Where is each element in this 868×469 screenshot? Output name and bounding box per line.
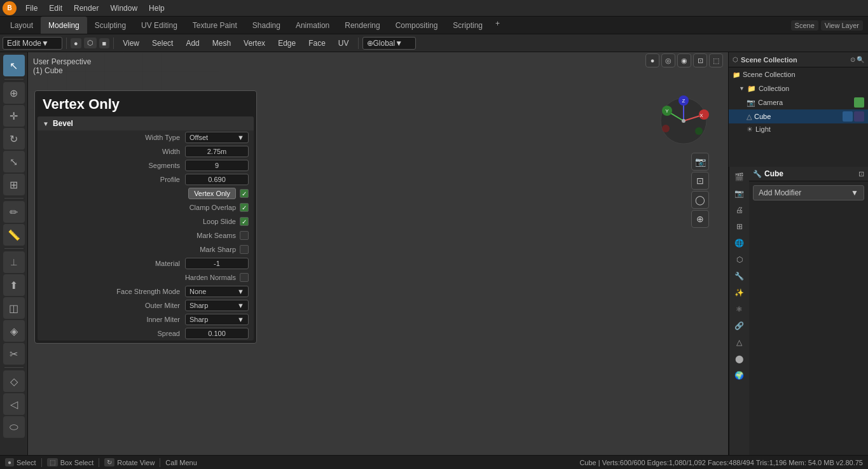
cursor-tool[interactable]: ⊕ [3, 82, 25, 104]
prop-object-data-icon[interactable]: △ [732, 335, 747, 350]
camera-visibility-icon[interactable] [854, 97, 864, 108]
material-value[interactable]: -1 [185, 258, 249, 269]
mark-seams-checkbox[interactable] [240, 231, 249, 240]
width-type-dropdown[interactable]: Offset ▼ [185, 132, 249, 143]
tab-layout[interactable]: Layout [3, 17, 41, 34]
menu-file[interactable]: File [20, 3, 43, 14]
knife-tool[interactable]: ✂ [3, 343, 25, 365]
uv-menu[interactable]: UV [333, 38, 354, 49]
bevel-tool[interactable]: ◈ [3, 320, 25, 342]
tab-rendering[interactable]: Rendering [337, 17, 387, 34]
inset-tool[interactable]: ◫ [3, 297, 25, 319]
move-tool[interactable]: ✛ [3, 105, 25, 127]
scene-collection-item[interactable]: 📁 Scene Collection [729, 67, 868, 81]
loop-cut-tool[interactable]: ⟂ [3, 251, 25, 273]
prop-scene-icon[interactable]: 🎬 [732, 169, 747, 185]
3d-viewport[interactable]: User Perspective (1) Cube Vertex Only ▼ … [28, 52, 728, 455]
vertex-only-button[interactable]: Vertex Only [188, 188, 236, 199]
blender-logo[interactable]: B [3, 1, 17, 15]
menu-help[interactable]: Help [144, 3, 170, 14]
measure-tool[interactable]: 📏 [3, 224, 25, 246]
prop-view-layer-icon[interactable]: ⊞ [732, 219, 747, 234]
extrude-tool[interactable]: ⬆ [3, 274, 25, 296]
loop-slide-checkbox[interactable] [240, 217, 249, 226]
outer-miter-dropdown[interactable]: Sharp ▼ [185, 300, 249, 311]
rip-tool[interactable]: ◁ [3, 393, 25, 415]
local-view-btn[interactable]: ◯ [691, 191, 709, 209]
prop-material-icon[interactable]: ⬤ [732, 351, 747, 367]
mark-sharp-checkbox[interactable] [240, 245, 249, 254]
add-modifier-button[interactable]: Add Modifier ▼ [753, 185, 864, 200]
tab-texture-paint[interactable]: Texture Paint [185, 17, 245, 34]
prop-physics-icon[interactable]: ⚛ [732, 302, 747, 317]
menu-window[interactable]: Window [105, 3, 142, 14]
perspective-btn[interactable]: ⊡ [691, 172, 709, 190]
navigation-gizmo[interactable]: X Y Z [658, 95, 709, 146]
camera-view-btn[interactable]: 📷 [691, 153, 709, 171]
spread-value[interactable]: 0.100 [185, 328, 249, 339]
segments-value[interactable]: 9 [185, 160, 249, 171]
edge-mode-btn[interactable]: ⬡ [84, 38, 97, 48]
tab-uv-editing[interactable]: UV Editing [134, 17, 185, 34]
select-tool[interactable]: ↖ [3, 55, 25, 76]
overlay-toggle[interactable]: ⊡ [693, 53, 707, 67]
cube-modifier-icon[interactable] [843, 111, 853, 122]
edge-menu[interactable]: Edge [273, 38, 301, 49]
bevel-panel-header[interactable]: ▼ Bevel [38, 116, 254, 130]
tab-shading[interactable]: Shading [245, 17, 288, 34]
inner-miter-dropdown[interactable]: Sharp ▼ [185, 314, 249, 325]
prop-world-icon[interactable]: 🌍 [732, 368, 747, 383]
add-workspace-button[interactable]: + [490, 17, 505, 34]
add-menu[interactable]: Add [181, 38, 204, 49]
face-mode-btn[interactable]: ■ [99, 38, 110, 48]
face-strength-dropdown[interactable]: None ▼ [185, 286, 249, 297]
annotate-tool[interactable]: ✏ [3, 201, 25, 223]
view-menu[interactable]: View [118, 38, 144, 49]
menu-edit[interactable]: Edit [44, 3, 67, 14]
cube-visibility-icon[interactable] [854, 111, 864, 122]
scene-selector[interactable]: Scene [791, 20, 818, 31]
shear-tool[interactable]: ◇ [3, 370, 25, 392]
mesh-menu[interactable]: Mesh [207, 38, 236, 49]
light-item[interactable]: ☀ Light [729, 123, 868, 135]
prop-output-icon[interactable]: 🖨 [732, 202, 747, 218]
vertex-mode-btn[interactable]: ● [71, 38, 81, 48]
menu-render[interactable]: Render [69, 3, 104, 14]
prop-scene-data-icon[interactable]: 🌐 [732, 235, 747, 251]
mode-selector[interactable]: Edit Mode ▼ [3, 37, 62, 50]
tab-compositing[interactable]: Compositing [388, 17, 446, 34]
prop-modifier-icon[interactable]: 🔧 [732, 269, 747, 284]
viewport-shading-solid[interactable]: ● [645, 53, 659, 67]
zoom-btn[interactable]: ⊕ [691, 210, 709, 228]
rotate-tool[interactable]: ↻ [3, 128, 25, 150]
prop-particles-icon[interactable]: ✨ [732, 285, 747, 300]
viewport-shading-rendered[interactable]: ◉ [677, 53, 691, 67]
properties-expand-btn[interactable]: ⊡ [858, 170, 864, 178]
prop-object-icon[interactable]: ⬡ [732, 252, 747, 267]
profile-value[interactable]: 0.690 [185, 174, 249, 185]
face-menu[interactable]: Face [303, 38, 331, 49]
clamp-overlap-checkbox[interactable] [240, 203, 249, 212]
tab-scripting[interactable]: Scripting [445, 17, 490, 34]
select-menu[interactable]: Select [147, 38, 178, 49]
outliner-filter-icon[interactable]: ⊙ [850, 56, 855, 63]
vertex-only-checkbox[interactable] [240, 189, 249, 198]
smooth-tool[interactable]: ⬭ [3, 416, 25, 438]
transform-orientation[interactable]: ⊕ Global ▼ [362, 37, 417, 50]
scale-tool[interactable]: ⤡ [3, 151, 25, 172]
transform-tool[interactable]: ⊞ [3, 174, 25, 195]
view-layer-selector[interactable]: View Layer [821, 20, 863, 31]
xray-toggle[interactable]: ⬚ [709, 53, 723, 67]
tab-animation[interactable]: Animation [288, 17, 337, 34]
vertex-menu[interactable]: Vertex [238, 38, 270, 49]
tab-sculpting[interactable]: Sculpting [87, 17, 134, 34]
outliner-search-icon[interactable]: 🔍 [857, 56, 864, 63]
viewport-shading-material[interactable]: ◎ [661, 53, 675, 67]
collection-item[interactable]: ▼ 📁 Collection [729, 81, 868, 95]
prop-render-icon[interactable]: 📷 [732, 186, 747, 201]
width-value[interactable]: 2.75m [185, 146, 249, 157]
prop-constraints-icon[interactable]: 🔗 [732, 318, 747, 333]
camera-item[interactable]: 📷 Camera [729, 95, 868, 109]
cube-item[interactable]: △ Cube [729, 109, 868, 123]
harden-normals-checkbox[interactable] [240, 273, 249, 282]
